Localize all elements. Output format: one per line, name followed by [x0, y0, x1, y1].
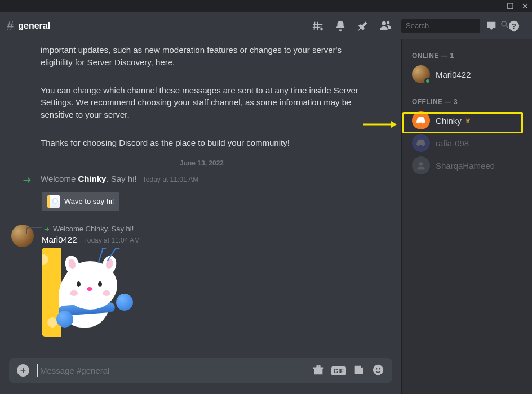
avatar [412, 134, 430, 152]
message-author[interactable]: Mari0422 Today at 11:04 AM [42, 235, 392, 244]
window-maximize-button[interactable]: ☐ [507, 2, 514, 11]
online-group-label: ONLINE — 1 [412, 52, 526, 60]
system-message: You can change which channel these messa… [41, 84, 367, 121]
help-icon[interactable]: ? [507, 19, 521, 33]
crown-icon: ♛ [465, 117, 471, 124]
member-row[interactable]: SharqaHameed [407, 154, 526, 177]
wave-button-label: Wave to say hi! [64, 197, 114, 205]
gif-icon[interactable]: GIF [331, 366, 346, 375]
member-row[interactable]: Chinky ♛ [407, 109, 526, 132]
threads-icon[interactable] [311, 19, 325, 33]
hash-icon: # [7, 19, 14, 33]
status-online-icon [424, 78, 431, 84]
avatar [412, 65, 430, 83]
svg-point-7 [419, 162, 423, 166]
member-name: rafia-098 [436, 138, 469, 148]
messages-scroller[interactable]: important updates, such as new moderatio… [0, 39, 401, 358]
avatar [412, 111, 430, 129]
sticker[interactable] [42, 248, 138, 337]
text-cursor [37, 364, 38, 377]
join-arrow-icon [23, 176, 33, 186]
system-message: Thanks for choosing Discord as the place… [41, 137, 367, 149]
attach-button[interactable]: + [17, 364, 29, 377]
svg-text:?: ? [512, 21, 516, 30]
reply-spine-icon [26, 227, 42, 234]
svg-point-1 [502, 21, 507, 26]
inbox-icon[interactable] [485, 19, 498, 33]
window-close-button[interactable]: ✕ [522, 2, 529, 11]
members-sidebar: ONLINE — 1 Mari0422 OFFLINE — 3 Chinky ♛… [401, 39, 532, 394]
member-row[interactable]: rafia-098 [407, 132, 526, 154]
join-text: Welcome Chinky. Say hi! Today at 11:01 A… [41, 174, 198, 183]
member-name: Mari0422 [436, 70, 471, 79]
reply-arrow-icon: ➜ [44, 225, 50, 233]
sticker-icon[interactable] [353, 364, 365, 378]
svg-point-5 [376, 368, 378, 369]
member-row[interactable]: Mari0422 [407, 63, 526, 86]
member-name: Chinky [436, 116, 462, 126]
gift-icon[interactable] [312, 364, 325, 378]
date-divider: June 13, 2022 [11, 159, 392, 167]
date-divider-label: June 13, 2022 [174, 159, 229, 167]
message-composer[interactable]: + GIF [9, 358, 392, 383]
notifications-icon[interactable] [334, 19, 347, 33]
message-timestamp: Today at 11:04 AM [84, 236, 140, 244]
svg-point-4 [373, 364, 383, 374]
search-box[interactable] [401, 19, 480, 33]
offline-group-label: OFFLINE — 3 [412, 98, 526, 106]
reply-text: Welcome Chinky. Say hi! [53, 225, 134, 233]
join-timestamp: Today at 11:01 AM [143, 176, 198, 183]
join-message: Welcome Chinky. Say hi! Today at 11:01 A… [11, 173, 392, 187]
wave-button[interactable]: Wave to say hi! [42, 192, 119, 211]
wave-sticker-icon [47, 195, 60, 208]
message: ➜ Welcome Chinky. Say hi! Mari0422 Today… [11, 225, 392, 337]
window-titlebar: — ☐ ✕ [0, 0, 532, 12]
reply-preview[interactable]: ➜ Welcome Chinky. Say hi! [26, 225, 392, 234]
channel-header: # general ? [0, 12, 532, 39]
member-name: SharqaHameed [436, 161, 495, 171]
channel-name: general [18, 21, 50, 31]
window-minimize-button[interactable]: — [491, 2, 499, 11]
emoji-icon[interactable] [372, 364, 384, 378]
system-message: important updates, such as new moderatio… [41, 44, 367, 69]
avatar [412, 156, 430, 174]
members-icon[interactable] [379, 19, 392, 33]
message-input[interactable] [40, 366, 305, 375]
pinned-icon[interactable] [356, 19, 370, 33]
svg-point-6 [379, 368, 380, 369]
